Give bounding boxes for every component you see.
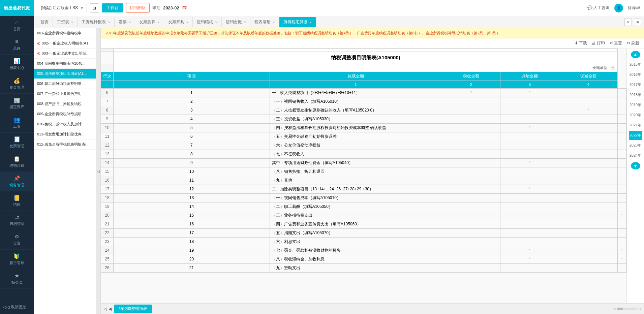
sidebar-item-settings[interactable]: ⚙ 设置: [0, 230, 34, 250]
data-cell-col3[interactable]: [559, 132, 618, 141]
item-cell[interactable]: （六）公允价值变动净损益: [270, 141, 442, 150]
data-cell-col3[interactable]: [559, 185, 618, 193]
tab-close-icon[interactable]: ×: [215, 20, 217, 24]
data-cell-col4[interactable]: [618, 263, 626, 272]
refresh-button[interactable]: ↻ 刷新: [627, 40, 639, 46]
year-btn[interactable]: 2018年: [629, 90, 642, 100]
item-cell[interactable]: （七）罚金、罚款和被没收财物的损失: [270, 246, 442, 255]
data-cell-col3[interactable]: [559, 150, 618, 158]
data-cell-col4[interactable]: [618, 123, 626, 132]
year-btn[interactable]: 2023年: [629, 141, 642, 150]
sidebar-item-finance[interactable]: 💰 资金管理: [0, 74, 34, 94]
data-cell-col2[interactable]: [500, 176, 559, 185]
user-avatar[interactable]: 👤: [614, 4, 623, 12]
data-cell-col2[interactable]: [500, 106, 559, 115]
data-cell-col1[interactable]: [442, 255, 500, 263]
item-cell[interactable]: （二）未按权责发生制原则确认的收入（填写A105020 0）: [270, 106, 442, 115]
data-cell-col2[interactable]: [500, 228, 559, 237]
item-cell[interactable]: （九）其他: [270, 176, 442, 185]
sidebar-item-guide[interactable]: 🔰 新手引导: [0, 250, 34, 269]
data-cell-col1[interactable]: [442, 176, 500, 185]
sheet-first-icon[interactable]: ◀: [109, 307, 112, 311]
data-cell-col2[interactable]: *: [500, 88, 559, 97]
item-cell[interactable]: （三）投资收益（填写A105030）: [270, 115, 442, 123]
download-button[interactable]: ⬇ 下载: [575, 40, 587, 46]
data-cell-col3[interactable]: [559, 97, 618, 106]
data-cell-col3[interactable]: *: [559, 106, 618, 115]
data-cell-col1[interactable]: [442, 141, 500, 150]
scrollbar[interactable]: [617, 308, 637, 310]
print-button[interactable]: 🖨 打印: [592, 40, 605, 46]
old-version-button[interactable]: 切到旧版: [126, 3, 150, 13]
sidebar-item-member[interactable]: ★ 畅会员: [0, 269, 34, 289]
data-cell-col1[interactable]: [442, 211, 500, 220]
data-cell-col3[interactable]: [559, 176, 618, 185]
year-btn[interactable]: 2024年: [629, 151, 642, 160]
year-btn[interactable]: 2016年: [629, 70, 642, 80]
data-cell-col2[interactable]: [500, 132, 559, 141]
year-up-button[interactable]: ▲: [631, 51, 640, 58]
data-cell-col4[interactable]: [618, 150, 626, 158]
data-cell-col1[interactable]: [442, 220, 500, 228]
sidebar-item-invoice[interactable]: 🧾 发票管理: [0, 133, 34, 152]
tab-salary-report[interactable]: 工资统计报表 ×: [78, 17, 114, 27]
tab-invoice-issue[interactable]: 发票开具 ×: [164, 17, 193, 27]
data-cell-col2[interactable]: [500, 167, 559, 176]
left-panel-item-006[interactable]: 006-职工薪酬纳税调整明细...: [34, 79, 96, 89]
left-panel-item-009[interactable]: 009-企业所得税税补亏损明...: [34, 109, 96, 119]
item-cell[interactable]: （二）职工薪酬（填写A105050）: [270, 202, 442, 211]
left-panel-item-002[interactable]: ⊗ 002-一般企业收入明细表(A1...: [34, 38, 96, 49]
item-cell[interactable]: （九）赞助支出: [270, 263, 442, 272]
left-panel-item-005[interactable]: 005-纳税调整项目明细表(A1...: [34, 69, 96, 79]
data-cell-col3[interactable]: [559, 123, 618, 132]
data-cell-col1[interactable]: [442, 237, 500, 246]
data-cell-col2[interactable]: *: [500, 255, 559, 263]
data-cell-col1[interactable]: *: [442, 88, 500, 97]
item-cell[interactable]: 一、收入类调整项目（2+3+4+5+6+7+8+10+11）: [270, 88, 442, 97]
tab-purchase-audit[interactable]: 进销稽核 ×: [193, 17, 221, 27]
left-panel-item-003[interactable]: ⊗ 003-一般企业成本支出明细...: [34, 49, 96, 59]
data-cell-col4[interactable]: [618, 88, 626, 97]
item-cell[interactable]: 其中：专项用途财政性资金（填写A105040）: [270, 158, 442, 167]
data-cell-col4[interactable]: *: [618, 246, 626, 255]
data-cell-col3[interactable]: [559, 158, 618, 167]
year-btn[interactable]: 2021年: [629, 121, 642, 130]
data-cell-col4[interactable]: [618, 202, 626, 211]
data-cell-col1[interactable]: [442, 132, 500, 141]
tab-salary[interactable]: 工资表 ×: [53, 17, 78, 27]
data-cell-col3[interactable]: [559, 88, 618, 97]
data-cell-col2[interactable]: [500, 211, 559, 220]
sidebar-item-assets[interactable]: 🏢 固定资产: [0, 94, 34, 113]
data-cell-col4[interactable]: [618, 158, 626, 167]
data-cell-col2[interactable]: *: [500, 185, 559, 193]
data-cell-col2[interactable]: [500, 150, 559, 158]
sidebar-item-salary[interactable]: 👥 工资: [0, 113, 34, 133]
tab-close-icon[interactable]: ×: [186, 20, 188, 24]
tab-close-icon[interactable]: ×: [244, 20, 246, 24]
item-cell[interactable]: 二、扣除类调整项目（13+14+...24+26+27+28+29 +30）: [270, 185, 442, 193]
sheet-prev-icon[interactable]: ◁: [103, 307, 106, 311]
company-selector[interactable]: (物副) 江西股金-LSS ▼: [38, 4, 87, 12]
data-cell-col2[interactable]: [500, 263, 559, 272]
data-cell-col3[interactable]: [559, 228, 618, 237]
item-cell[interactable]: （六）利息支出: [270, 237, 442, 246]
sidebar-item-ledger[interactable]: ≡ 总账: [0, 35, 34, 55]
data-cell-col4[interactable]: [618, 176, 626, 185]
left-panel-item-007[interactable]: 007-广告费和业务宣传费明...: [34, 89, 96, 99]
data-cell-col1[interactable]: [442, 193, 500, 202]
data-cell-col2[interactable]: *: [500, 158, 559, 167]
data-cell-col2[interactable]: *: [500, 123, 559, 132]
data-cell-col1[interactable]: [442, 263, 500, 272]
left-panel-item-012[interactable]: 012-减免企所得税优惠明细表(...: [34, 139, 96, 150]
data-cell-col1[interactable]: [442, 123, 500, 132]
data-cell-col4[interactable]: [618, 237, 626, 246]
workbench-button[interactable]: 工作台: [102, 3, 123, 12]
data-cell-col1[interactable]: [442, 150, 500, 158]
data-cell-col4[interactable]: [618, 97, 626, 106]
scroll-right-icon[interactable]: ▷: [639, 307, 641, 311]
sidebar-item-archive[interactable]: 🗂 归档管理: [0, 211, 34, 230]
sidebar-item-home[interactable]: ⌂ 首页: [0, 16, 34, 35]
data-cell-col3[interactable]: [559, 237, 618, 246]
user-query-button[interactable]: 💬 人工咨询: [587, 5, 610, 11]
tab-invoice-calc[interactable]: 发票测算 ×: [135, 17, 164, 27]
